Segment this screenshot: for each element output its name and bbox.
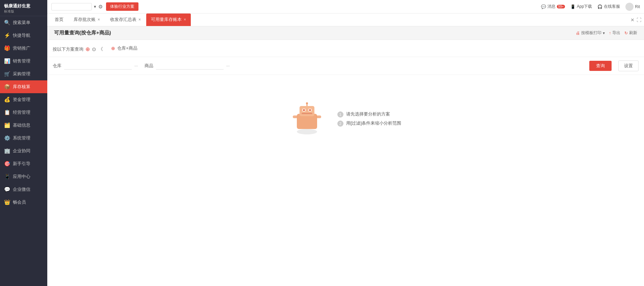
system-icon: ⚙️ [4,135,10,141]
operations-icon: 📋 [4,109,10,115]
sidebar-item-purchase[interactable]: 🛒采购管理 [0,68,47,80]
goods-input[interactable] [156,62,224,70]
sidebar-item-basicinfo[interactable]: 🗂️基础信息 [0,119,47,132]
sidebar-item-wechat[interactable]: 💬企业微信 [0,183,47,196]
sidebar-item-member[interactable]: 👑畅会员 [0,196,47,209]
svg-rect-2 [300,106,314,116]
sidebar-label-shortcut: 快捷导航 [13,32,30,38]
member-icon: 👑 [4,199,10,205]
avatar [625,3,634,11]
tab-batch-label: 库存批次账 [74,17,96,23]
svg-rect-10 [293,115,298,118]
industry-btn[interactable]: 体验行业方案 [106,2,138,11]
goods-more-btn[interactable]: ··· [226,63,230,68]
svg-rect-7 [302,113,312,114]
tip-text-2: 用[过滤]条件来缩小分析范围 [346,120,401,126]
tab-available-close[interactable]: × [184,17,186,22]
message-icon: 💬 [541,4,546,9]
sidebar-item-appcenter[interactable]: 📱应用中心 [0,170,47,183]
filter-scheme-list: ⊕ 仓库+商品 [108,44,140,53]
sidebar-item-sales[interactable]: 📊销售管理 [0,55,47,68]
topbar-search-input[interactable] [51,3,92,10]
online-service-btn[interactable]: 🎧 在线客服 [597,4,620,9]
collapse-btn[interactable]: 《 [98,46,103,52]
warehouse-label: 仓库 [53,63,61,69]
print-btn[interactable]: 🖨 按模板打印 ▾ [576,30,605,36]
sidebar-item-inventory[interactable]: 📦库存核算 [0,80,47,93]
sidebar-label-wechat: 企业微信 [13,186,30,192]
tab-home[interactable]: 首页 [50,14,68,26]
filter-goods-field: 商品 ··· [145,62,230,70]
refresh-label: 刷新 [629,30,637,36]
marketing-icon: 🎁 [4,45,10,51]
refresh-icon: ↻ [624,31,628,35]
filter-warehouse-field: 仓库 ··· [53,62,138,70]
purchase-icon: 🛒 [4,71,10,77]
page-title: 可用量查询(按仓库+商品) [54,30,111,36]
logo-text: 畅康通好生意 [4,3,43,9]
empty-state: 1 请先选择要分析的方案 2 用[过滤]条件来缩小分析范围 [47,75,644,163]
empty-tip-2: 2 用[过滤]条件来缩小分析范围 [337,120,401,127]
tab-summary-close[interactable]: × [138,17,141,22]
tab-batch[interactable]: 库存批次账 × [69,14,105,26]
svg-rect-6 [309,109,311,111]
app-download-btn[interactable]: 📱 App下载 [570,4,592,9]
sidebar-item-shortcut[interactable]: ⚡快捷导航 [0,29,47,42]
logo-sub: 标准版 [4,9,43,14]
inventory-icon: 📦 [4,84,10,90]
user-menu-btn[interactable]: Rit [625,3,640,11]
sidebar-item-enterprise[interactable]: 🏢企业协同 [0,145,47,157]
gear-icon[interactable]: ⚙ [98,4,103,10]
app-download-label: App下载 [577,4,592,9]
sales-icon: 📊 [4,58,10,64]
svg-point-0 [297,129,317,134]
sidebar-label-purchase: 采购管理 [13,71,30,77]
sidebar-item-finance[interactable]: 💰资金管理 [0,93,47,106]
message-btn[interactable]: 💬 消息 99+ [541,4,565,9]
sidebar-item-search[interactable]: 🔍搜索菜单 [0,16,47,29]
search-icon: 🔍 [4,20,10,26]
newbie-icon: 🎯 [4,161,10,167]
maximize-window-btn[interactable]: ⛶ [637,17,641,23]
sidebar-label-appcenter: 应用中心 [13,174,30,180]
page-header: 可用量查询(按仓库+商品) 🖨 按模板打印 ▾ ↑ 导出 ↻ 刷新 [47,26,644,40]
logo: 畅康通好生意 标准版 [0,0,47,16]
tab-summary[interactable]: 收发存汇总表 × [105,14,146,26]
tab-batch-close[interactable]: × [98,17,100,22]
sidebar-item-marketing[interactable]: 🎁营销推广 [0,42,47,55]
warehouse-input[interactable] [64,62,132,70]
sidebar-label-basicinfo: 基础信息 [13,122,30,128]
basicinfo-icon: 🗂️ [4,122,10,128]
topbar-dropdown-btn[interactable]: ▾ [94,4,96,9]
query-btn[interactable]: 查询 [589,61,612,71]
add-scheme-btn[interactable]: ⊕ [85,46,90,52]
close-window-btn[interactable]: ✕ [630,17,635,23]
sidebar-label-marketing: 营销推广 [13,45,30,51]
tab-available[interactable]: 可用量库存账本 × [146,14,191,26]
scheme-item-warehouse-goods[interactable]: ⊕ 仓库+商品 [108,44,140,53]
sidebar-label-search: 搜索菜单 [13,20,30,26]
sidebar-label-enterprise: 企业协同 [13,148,30,154]
export-btn[interactable]: ↑ 导出 [609,30,620,36]
sidebar-item-newbie[interactable]: 🎯新手引导 [0,157,47,170]
scheme-settings-btn[interactable]: ⊙ [92,46,96,52]
print-dropdown-icon[interactable]: ▾ [603,31,605,35]
export-icon: ↑ [609,31,611,35]
tabs-right: ✕ ⛶ [630,14,641,26]
sidebar-label-finance: 资金管理 [13,97,30,103]
print-icon: 🖨 [576,31,580,35]
sidebar-item-system[interactable]: ⚙️系统管理 [0,132,47,145]
tip-num-1: 1 [337,111,343,118]
warehouse-more-btn[interactable]: ··· [134,63,138,68]
svg-point-9 [306,102,308,104]
goods-label: 商品 [145,63,153,69]
settings-btn[interactable]: 设置 [618,60,639,71]
sidebar-scroll: 🔍搜索菜单⚡快捷导航🎁营销推广📊销售管理🛒采购管理📦库存核算💰资金管理📋经营管理… [0,16,47,286]
refresh-btn[interactable]: ↻ 刷新 [624,30,637,36]
sidebar-label-member: 畅会员 [13,199,26,205]
content-area: 按以下方案查询 ⊕ ⊙ 《 ⊕ 仓库+商品 仓库 ··· [47,40,644,286]
filter-row: 仓库 ··· 商品 ··· 查询 设置 [47,57,644,75]
tab-summary-label: 收发存汇总表 [110,17,136,23]
filter-panel: 按以下方案查询 ⊕ ⊙ 《 ⊕ 仓库+商品 [47,40,644,57]
sidebar-item-operations[interactable]: 📋经营管理 [0,106,47,119]
